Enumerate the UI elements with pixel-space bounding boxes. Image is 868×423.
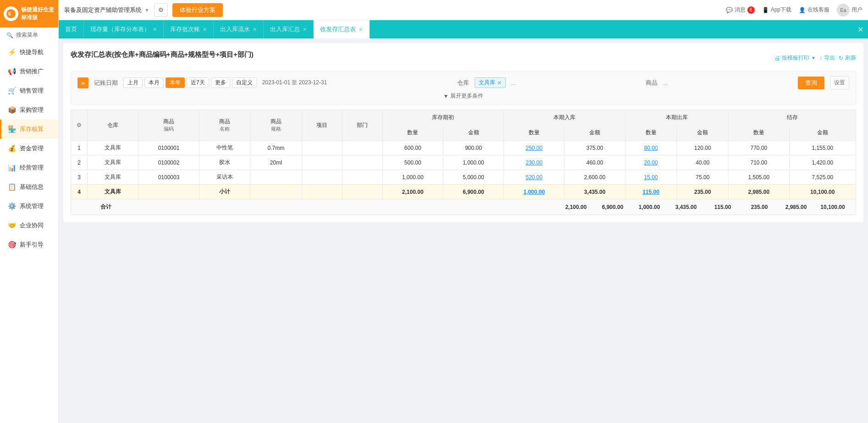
th-goods-spec: 商品规格: [250, 110, 302, 141]
tab-in-out-flow-close[interactable]: ✕: [253, 27, 257, 33]
date-btn-custom[interactable]: 自定义: [232, 77, 257, 88]
tab-batch-account-close[interactable]: ✕: [203, 27, 207, 33]
date-btn-this-year[interactable]: 本年: [166, 77, 185, 88]
cell-closing-amt: 7,525.00: [789, 170, 856, 185]
cell-out-qty-link[interactable]: 20.00: [644, 159, 658, 166]
cell-out-qty[interactable]: 80.00: [625, 141, 677, 155]
cell-in-qty-link[interactable]: 230.00: [525, 159, 542, 166]
cell-out-qty[interactable]: 115.00: [625, 185, 677, 199]
sidebar-item-system[interactable]: ⚙️ 系统管理: [0, 197, 58, 216]
cell-out-qty-link[interactable]: 80.00: [644, 145, 658, 151]
cell-opening-qty: 1,000.00: [382, 170, 443, 185]
cell-out-qty[interactable]: 20.00: [625, 155, 677, 170]
chevron-down-icon: ▼: [144, 7, 149, 13]
warehouse-dots[interactable]: ...: [511, 80, 516, 86]
cell-in-qty[interactable]: 520.00: [504, 170, 564, 185]
tab-recv-send-summary[interactable]: 收发存汇总表 ✕: [314, 20, 370, 38]
printer-icon: 🖨: [774, 55, 780, 61]
footer-in-amt: 3,435.00: [668, 204, 704, 210]
cell-out-amt: 40.00: [677, 155, 729, 170]
sidebar-item-quick-nav[interactable]: ⚡ 快捷导航: [0, 43, 58, 62]
sidebar-item-label: 销售管理: [20, 87, 44, 95]
sidebar-item-cooperation[interactable]: 🤝 企业协同: [0, 216, 58, 235]
cell-in-qty-link[interactable]: 520.00: [525, 174, 542, 181]
query-button[interactable]: 查询: [798, 77, 824, 89]
cell-in-qty[interactable]: 1,000.00: [504, 185, 564, 199]
sidebar-item-guide[interactable]: 🎯 新手引导: [0, 235, 58, 254]
cell-in-amt: 3,435.00: [564, 185, 625, 199]
app-download-item[interactable]: 📱 App下载: [762, 6, 791, 14]
table-wrapper: ⚙ 仓库 商品编码 商品名称 商品规格 项目 部门 库存期初 本期入库 本期出库…: [71, 110, 856, 215]
refresh-icon: ↻: [839, 55, 843, 61]
tab-inventory-dist-close[interactable]: ✕: [153, 27, 157, 33]
cell-in-qty-link[interactable]: 1,000.00: [523, 189, 545, 195]
date-btn-prev-month[interactable]: 上月: [123, 77, 143, 88]
cell-in-qty-link[interactable]: 250.00: [525, 145, 542, 151]
cell-closing-amt: 1,155.00: [789, 141, 856, 155]
sidebar: 6 畅捷通好生意 标准版 🔍 搜索菜单 ⚡ 快捷导航 📢 营销推广 🛒 销售管理…: [0, 0, 59, 423]
sidebar-item-purchase[interactable]: 📦 采购管理: [0, 100, 58, 120]
tabbar-close-all-button[interactable]: ✕: [857, 25, 863, 34]
cell-opening-amt: 1,000.00: [443, 155, 503, 170]
table-settings-icon[interactable]: ⚙: [77, 122, 82, 128]
date-btn-7days[interactable]: 近7天: [187, 77, 209, 88]
sidebar-item-basic-info[interactable]: 📋 基础信息: [0, 177, 58, 197]
cell-out-qty-link[interactable]: 115.00: [642, 189, 659, 195]
cell-out-qty[interactable]: 15.00: [625, 170, 677, 185]
th-dept: 部门: [342, 110, 382, 141]
print-template-button[interactable]: 🖨 按模板打印 ▼: [774, 54, 816, 62]
sidebar-item-operations[interactable]: 📊 经营管理: [0, 158, 58, 177]
expand-icon: ▼: [443, 93, 449, 99]
tab-batch-account[interactable]: 库存批次账 ✕: [164, 20, 214, 38]
cell-goods-name: 小计: [199, 185, 250, 199]
sidebar-item-sales[interactable]: 🛒 销售管理: [0, 81, 58, 100]
warehouse-tag: 文具库 ✕: [475, 77, 506, 88]
gear-icon: ⚙: [158, 6, 164, 13]
sidebar-item-marketing[interactable]: 📢 营销推广: [0, 62, 58, 81]
tab-inventory-dist[interactable]: 现存量（库存分布表） ✕: [84, 20, 164, 38]
sidebar-item-inventory[interactable]: 🏪 库存核算: [0, 120, 58, 139]
tab-in-out-summary-close[interactable]: ✕: [303, 27, 307, 33]
goods-dots[interactable]: ...: [663, 80, 668, 86]
cell-goods-name: 胶水: [199, 155, 250, 170]
sidebar-item-label: 营销推广: [20, 67, 44, 76]
footer-closing-amt: 10,100.00: [814, 204, 851, 210]
sidebar-search-item[interactable]: 🔍 搜索菜单: [0, 27, 58, 43]
table-row: 3文具库0100003采访本1,000.005,000.00520.002,60…: [71, 170, 856, 185]
expand-label: 展开更多条件: [450, 92, 483, 100]
cell-warehouse: 文具库: [88, 185, 138, 199]
table-row: 2文具库0100002胶水20ml500.001,000.00230.00460…: [71, 155, 856, 170]
tab-recv-send-summary-close[interactable]: ✕: [359, 27, 363, 33]
settings-button[interactable]: 设置: [830, 76, 849, 89]
sidebar-search-label: 搜索菜单: [16, 31, 38, 39]
export-button[interactable]: ↑ 导出: [819, 54, 835, 62]
cell-out-qty-link[interactable]: 15.00: [644, 174, 658, 181]
online-service-item[interactable]: 👤 在线客服: [799, 6, 829, 14]
cell-warehouse: 文具库: [88, 155, 138, 170]
tab-in-out-summary[interactable]: 出入库汇总 ✕: [264, 20, 314, 38]
trial-button[interactable]: 体验行业方案: [172, 3, 223, 17]
date-btn-this-month[interactable]: 本月: [144, 77, 164, 88]
cell-goods-spec: 0.7mm: [250, 141, 302, 155]
sidebar-logo: 6 畅捷通好生意 标准版: [0, 0, 58, 27]
expand-conditions-button[interactable]: ▼ 展开更多条件: [443, 92, 484, 100]
topbar-settings-button[interactable]: ⚙: [154, 3, 168, 17]
cell-dept: [342, 185, 382, 199]
refresh-button[interactable]: ↻ 刷新: [839, 54, 856, 62]
tab-in-out-flow[interactable]: 出入库流水 ✕: [214, 20, 264, 38]
footer-out-amt: 235.00: [741, 204, 778, 210]
cell-closing-amt: 1,420.00: [789, 155, 856, 170]
tab-in-out-flow-label: 出入库流水: [220, 25, 250, 33]
user-item[interactable]: Ea 用户: [837, 4, 862, 16]
cell-in-qty[interactable]: 250.00: [504, 141, 564, 155]
filter-expand-button[interactable]: »: [77, 77, 88, 88]
warehouse-tag-close[interactable]: ✕: [497, 80, 502, 86]
topbar-right: 💬 消息 6 📱 App下载 👤 在线客服 Ea 用户: [726, 4, 862, 16]
cell-in-qty[interactable]: 230.00: [504, 155, 564, 170]
tab-home[interactable]: 首页: [59, 20, 84, 38]
date-filter-label: 记账日期: [94, 79, 118, 87]
sidebar-item-finance[interactable]: 💰 资金管理: [0, 139, 58, 158]
system-title: 装备及固定资产辅助管理系统 ▼: [64, 6, 149, 14]
message-item[interactable]: 💬 消息 6: [726, 6, 755, 14]
date-btn-more[interactable]: 更多: [211, 77, 230, 88]
